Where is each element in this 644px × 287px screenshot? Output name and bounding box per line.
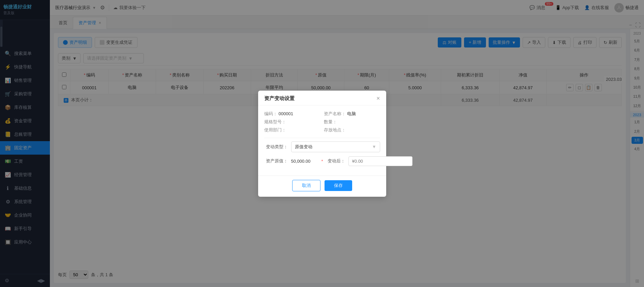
- modal-location-item: 存放地点：: [324, 127, 380, 133]
- modal-divider: [264, 138, 380, 138]
- cancel-button[interactable]: 取消: [292, 180, 320, 191]
- spec-label: 规格型号：: [264, 119, 286, 125]
- department-label: 使用部门：: [264, 127, 286, 133]
- modal-department-item: 使用部门：: [264, 127, 320, 133]
- location-label: 存放地点：: [324, 127, 346, 133]
- change-type-value: 原值变动: [295, 144, 312, 150]
- modal-footer: 取消 保存: [258, 176, 386, 197]
- change-type-select[interactable]: 原值变动 ▼: [291, 141, 380, 152]
- modal-info-grid: 编码： 000001 资产名称： 电脑 规格型号： 数量： 使用部门：: [264, 111, 380, 133]
- required-dot: *: [321, 159, 323, 164]
- save-button[interactable]: 保存: [325, 180, 352, 191]
- modal-code-item: 编码： 000001: [264, 111, 320, 117]
- asset-value-row: 资产原值： 50,000.00 * 变动后：: [264, 156, 380, 166]
- change-type-row: 变动类型： 原值变动 ▼: [264, 141, 380, 152]
- original-value-label: 资产原值：: [264, 158, 288, 164]
- modal-spec-item: 规格型号：: [264, 119, 320, 125]
- asset-change-modal: 资产变动设置 × 编码： 000001 资产名称： 电脑 规格型号： 数量：: [258, 91, 386, 197]
- modal-body: 编码： 000001 资产名称： 电脑 规格型号： 数量： 使用部门：: [258, 105, 386, 176]
- modal-name-item: 资产名称： 电脑: [324, 111, 380, 117]
- after-change-input[interactable]: [348, 156, 412, 166]
- asset-name-value: 电脑: [347, 111, 356, 117]
- asset-name-label: 资产名称：: [324, 111, 346, 117]
- quantity-label: 数量：: [324, 119, 337, 125]
- change-type-arrow-icon: ▼: [372, 144, 376, 149]
- modal-quantity-item: 数量：: [324, 119, 380, 125]
- modal-header: 资产变动设置 ×: [258, 91, 386, 105]
- modal-close-btn[interactable]: ×: [376, 95, 380, 101]
- code-value: 000001: [279, 111, 293, 116]
- modal-overlay: 资产变动设置 × 编码： 000001 资产名称： 电脑 规格型号： 数量：: [0, 0, 644, 287]
- original-value-display: 50,000.00: [291, 159, 318, 164]
- code-label: 编码：: [264, 111, 277, 117]
- change-type-label: 变动类型：: [264, 144, 288, 150]
- after-change-label: 变动后：: [328, 158, 345, 164]
- modal-title: 资产变动设置: [264, 95, 295, 102]
